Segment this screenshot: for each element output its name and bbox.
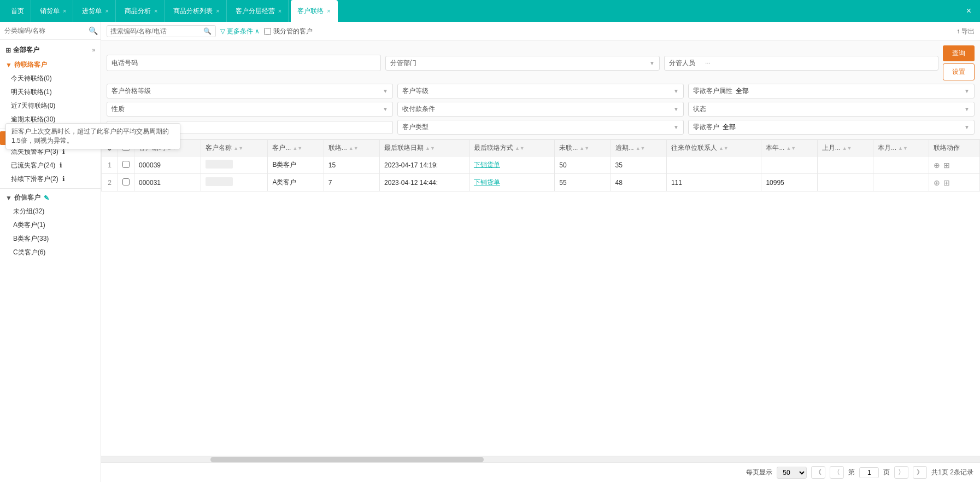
phone-input[interactable] — [148, 57, 376, 68]
first-page-button[interactable]: 《 — [811, 466, 825, 479]
close-icon[interactable]: × — [154, 8, 157, 14]
close-icon[interactable]: × — [63, 8, 66, 14]
filter-row-2: 客户价格等级 ▼ 客户等级 ▼ 零散客户属性 全部 ▼ — [107, 84, 975, 98]
chevron-down-icon: ▼ — [383, 88, 388, 94]
next-page-button[interactable]: 〉 — [894, 466, 908, 479]
last-page-button[interactable]: 》 — [913, 466, 927, 479]
nav-tab-sales[interactable]: 销货单 × — [33, 0, 73, 22]
close-icon[interactable]: × — [216, 8, 219, 14]
search-input[interactable] — [110, 27, 203, 35]
close-icon[interactable]: × — [105, 8, 108, 14]
my-customers-checkbox[interactable]: 我分管的客户 — [264, 27, 313, 36]
sidebar-all-customers[interactable]: ⊞ 全部客户 » — [0, 42, 101, 58]
close-icon[interactable]: × — [327, 8, 330, 14]
row-checkbox[interactable] — [118, 156, 134, 174]
retail-attr-filter[interactable]: 零散客户属性 全部 ▼ — [688, 84, 975, 98]
row-select-checkbox[interactable] — [122, 161, 130, 168]
sort-icon: ▲▼ — [233, 146, 243, 151]
this-month — [873, 174, 929, 191]
sort-icon: ▲▼ — [515, 146, 525, 151]
sidebar-item-7days[interactable]: 近7天待联络(0) — [0, 99, 101, 113]
nav-tab-purchase[interactable]: 进货单 × — [75, 0, 115, 22]
customers-table: ⚙ 客户编码 ▲▼ 客户名称 — [101, 140, 980, 191]
edit-icon[interactable]: ✎ — [44, 194, 49, 202]
export-button[interactable]: ↑ 导出 — [956, 27, 975, 36]
sidebar-item-b-class[interactable]: B类客户(33) — [0, 232, 101, 246]
sidebar-item-c-class[interactable]: C类客户(6) — [0, 246, 101, 259]
prev-page-button[interactable]: 〈 — [830, 466, 844, 479]
grid-action-icon[interactable]: ⊞ — [943, 178, 950, 187]
name-placeholder — [206, 177, 233, 186]
last-contact-method[interactable]: 下销货单 — [469, 174, 554, 191]
customer-type-filter[interactable]: 客户类型 ▼ — [397, 120, 684, 135]
th-last-contact-date[interactable]: 最后联络日期 ▲▼ — [380, 140, 470, 156]
sidebar-group-value[interactable]: ▼ 价值客户 ✎ — [0, 191, 101, 205]
chevron-down-icon: ▼ — [964, 106, 970, 112]
row-select-checkbox[interactable] — [122, 178, 130, 185]
my-customers-check[interactable] — [264, 28, 271, 35]
sidebar-item-tomorrow[interactable]: 明天待联络(1) — [0, 85, 101, 99]
page-number-input[interactable] — [859, 467, 879, 478]
grid-action-icon[interactable]: ⊞ — [943, 161, 950, 170]
gender-filter[interactable]: 性质 ▼ — [107, 102, 393, 117]
row-checkbox[interactable] — [118, 174, 134, 191]
nav-tab-product-analysis[interactable]: 商品分析 × — [118, 0, 165, 22]
sort-icon: ▲▼ — [719, 146, 729, 151]
link-icon[interactable]: ⊕ — [934, 161, 940, 170]
settings-button[interactable]: 设置 — [943, 63, 975, 80]
close-icon[interactable]: × — [278, 8, 281, 14]
window-close-button[interactable]: × — [962, 6, 976, 16]
nav-tab-product-list[interactable]: 商品分析列表 × — [167, 0, 226, 22]
nav-tab-customer-contact[interactable]: 客户联络 × — [291, 0, 337, 22]
price-level-filter[interactable]: 客户价格等级 ▼ — [107, 84, 393, 98]
th-this-month[interactable]: 本月... ▲▼ — [873, 140, 929, 156]
last-contact-method[interactable]: 下销货单 — [469, 156, 554, 174]
sort-icon: ▲▼ — [842, 146, 852, 151]
this-year — [761, 156, 817, 174]
sidebar-item-declining[interactable]: 持续下滑客户(2) ℹ — [0, 172, 101, 186]
chevron-down-icon: ▼ — [673, 124, 679, 130]
this-month — [873, 156, 929, 174]
th-overdue[interactable]: 逾期... ▲▼ — [611, 140, 666, 156]
search-icon: 🔍 — [89, 26, 98, 35]
scrollbar-thumb[interactable] — [210, 457, 484, 462]
last-contact-date: 2023-04-17 14:19: — [380, 156, 470, 174]
link-icon[interactable]: ⊕ — [934, 178, 940, 187]
divider2 — [0, 188, 101, 189]
nav-tab-customer-segment[interactable]: 客户分层经营 × — [229, 0, 289, 22]
customer-level: A类客户 — [268, 174, 324, 191]
retail-customer-filter[interactable]: 零散客户 全部 ▼ — [688, 120, 975, 135]
sidebar-item-lost[interactable]: 已流失客户(24) ℹ — [0, 159, 101, 172]
th-contact-count[interactable]: 联络... ▲▼ — [324, 140, 379, 156]
chevron-down-icon: ▼ — [383, 106, 388, 112]
th-last-contact-method[interactable]: 最后联络方式 ▲▼ — [469, 140, 554, 156]
main-layout: 🔍 ⊞ 全部客户 » ▼ 待联络客户 今天待联络(0) 明天待联络(1) 近7天… — [0, 22, 980, 482]
th-contact-person[interactable]: 往来单位联系人 ▲▼ — [666, 140, 761, 156]
more-conditions-button[interactable]: ▽ 更多条件 ∧ — [220, 27, 260, 36]
th-uncontacted[interactable]: 未联... ▲▼ — [555, 140, 611, 156]
nav-tab-home[interactable]: 首页 — [4, 0, 31, 22]
horizontal-scrollbar[interactable] — [101, 456, 980, 462]
sidebar-search-input[interactable] — [4, 27, 86, 34]
th-last-month[interactable]: 上月... ▲▼ — [817, 140, 873, 156]
sort-icon: ▲▼ — [425, 146, 435, 151]
top-nav: 首页 销货单 × 进货单 × 商品分析 × 商品分析列表 × 客户分层经营 × … — [0, 0, 980, 22]
payment-filter[interactable]: 收付款条件 ▼ — [397, 102, 684, 117]
collapse-icon[interactable]: » — [92, 47, 95, 53]
chevron-down-icon: ▼ — [673, 106, 679, 112]
status-filter[interactable]: 状态 ▼ — [688, 102, 975, 117]
sidebar-item-a-class[interactable]: A类客户(1) — [0, 218, 101, 232]
dept-filter[interactable]: 分管部门 ▼ — [385, 56, 660, 71]
sidebar-group-pending[interactable]: ▼ 待联络客户 — [0, 58, 101, 72]
th-name[interactable]: 客户名称 ▲▼ — [201, 140, 268, 156]
contact-count: 7 — [324, 174, 379, 191]
filter-row-3: 性质 ▼ 收付款条件 ▼ 状态 ▼ — [107, 102, 975, 117]
customer-level-filter[interactable]: 客户等级 ▼ — [397, 84, 684, 98]
sidebar-item-ungrouped[interactable]: 未分组(32) — [0, 205, 101, 218]
th-level[interactable]: 客户... ▲▼ — [268, 140, 324, 156]
query-button[interactable]: 查询 — [943, 45, 975, 61]
sidebar-item-today[interactable]: 今天待联络(0) — [0, 72, 101, 85]
page-size-select[interactable]: 20 50 100 — [777, 467, 807, 479]
th-this-year[interactable]: 本年... ▲▼ — [761, 140, 817, 156]
row-num: 2 — [102, 174, 118, 191]
